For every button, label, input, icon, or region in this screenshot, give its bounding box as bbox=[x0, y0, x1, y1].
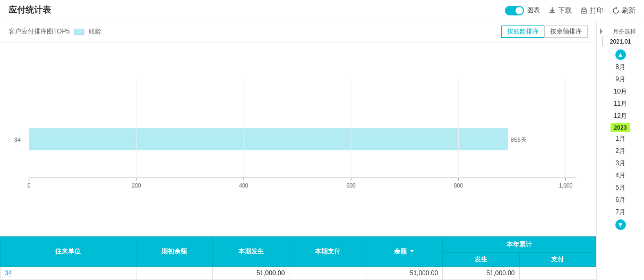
col-year-pay: 支付 bbox=[519, 253, 596, 267]
refresh-button[interactable]: 刷新 bbox=[612, 6, 636, 15]
chart-area: 34 856天 0 200 bbox=[0, 43, 596, 236]
svg-text:600: 600 bbox=[347, 183, 356, 189]
chart-legend: 客户应付排序图TOP5 账龄 bbox=[8, 27, 101, 36]
y-axis-label: 34 bbox=[14, 137, 21, 143]
cell-opening bbox=[136, 267, 212, 280]
cell-unit[interactable]: 34 bbox=[1, 267, 136, 280]
sidebar-down-button[interactable]: ▼ bbox=[615, 219, 626, 230]
year-input[interactable] bbox=[602, 37, 639, 46]
app-container: 应付统计表 图表 下载 打印 刷新 bbox=[0, 0, 644, 280]
toggle-label: 图表 bbox=[527, 6, 540, 15]
svg-text:800: 800 bbox=[454, 183, 463, 189]
svg-marker-20 bbox=[600, 28, 603, 35]
sidebar-month-9[interactable]: 9月 bbox=[597, 73, 644, 86]
bar-end-label: 856天 bbox=[511, 137, 527, 143]
table-row: 34 51,000.00 51,000.00 51,000.00 bbox=[1, 267, 596, 280]
legend-title: 客户应付排序图TOP5 bbox=[8, 27, 70, 36]
sidebar-month-2[interactable]: 2月 bbox=[597, 145, 644, 157]
sidebar-month-10[interactable]: 10月 bbox=[597, 86, 644, 98]
refresh-label: 刷新 bbox=[622, 6, 636, 15]
col-current-pay: 本期支付 bbox=[289, 237, 366, 267]
sidebar-expand-icon[interactable] bbox=[599, 27, 604, 36]
svg-text:0: 0 bbox=[28, 183, 31, 189]
col-current-occur: 本期发生 bbox=[212, 237, 289, 267]
header: 应付统计表 图表 下载 打印 刷新 bbox=[0, 0, 644, 21]
chart-header: 客户应付排序图TOP5 账龄 按账龄排序 按余额排序 bbox=[0, 21, 596, 43]
svg-text:400: 400 bbox=[239, 183, 248, 189]
col-year-occur: 发生 bbox=[443, 253, 519, 267]
print-icon bbox=[580, 7, 588, 14]
chart-sort-buttons: 按账龄排序 按余额排序 bbox=[501, 26, 588, 38]
cell-current-occur: 51,000.00 bbox=[212, 267, 289, 280]
table-section: 往来单位 期初余额 本期发生 本期支付 余额 本年累计 bbox=[0, 236, 596, 280]
refresh-icon bbox=[612, 7, 620, 14]
col-unit: 往来单位 bbox=[1, 237, 136, 267]
sidebar-month-5[interactable]: 5月 bbox=[597, 182, 644, 194]
main-content: 客户应付排序图TOP5 账龄 按账龄排序 按余额排序 34 bbox=[0, 21, 644, 280]
cell-balance: 51,000.00 bbox=[366, 267, 442, 280]
chart-toggle[interactable] bbox=[505, 6, 524, 15]
col-opening: 期初余额 bbox=[136, 237, 212, 267]
sidebar-month-4[interactable]: 4月 bbox=[597, 169, 644, 182]
data-table: 往来单位 期初余额 本期发生 本期支付 余额 本年累计 bbox=[0, 236, 596, 280]
chart-toggle-wrap: 图表 bbox=[505, 6, 540, 15]
sidebar-title: 月份选择 bbox=[606, 26, 642, 37]
svg-marker-19 bbox=[410, 250, 414, 252]
sidebar-month-12[interactable]: 12月 bbox=[597, 110, 644, 122]
col-balance: 余额 bbox=[366, 237, 442, 267]
cell-current-pay bbox=[289, 267, 366, 280]
svg-text:1,000: 1,000 bbox=[559, 183, 573, 189]
sidebar-month-7[interactable]: 7月 bbox=[597, 206, 644, 218]
svg-rect-1 bbox=[582, 11, 586, 12]
svg-text:200: 200 bbox=[132, 183, 141, 189]
sort-by-age-button[interactable]: 按账龄排序 bbox=[501, 26, 544, 38]
download-button[interactable]: 下载 bbox=[548, 6, 572, 15]
sidebar-month-3[interactable]: 3月 bbox=[597, 157, 644, 169]
sidebar-month-8[interactable]: 8月 bbox=[597, 61, 644, 73]
sidebar-up-button[interactable]: ▲ bbox=[615, 49, 626, 60]
sidebar: 月份选择 ▲ 8月 9月 10月 11月 12月 2023 1月 2月 3月 4… bbox=[596, 21, 644, 280]
sort-by-balance-button[interactable]: 按余额排序 bbox=[544, 26, 588, 38]
download-label: 下载 bbox=[558, 6, 572, 15]
chart-svg: 34 856天 0 200 bbox=[4, 48, 588, 231]
page-title: 应付统计表 bbox=[8, 5, 51, 16]
sidebar-month-6[interactable]: 6月 bbox=[597, 194, 644, 206]
sidebar-year-label[interactable]: 2023 bbox=[611, 123, 630, 132]
print-label: 打印 bbox=[590, 6, 604, 15]
legend-box bbox=[74, 29, 84, 35]
header-actions: 图表 下载 打印 刷新 bbox=[505, 6, 636, 15]
col-year-group: 本年累计 bbox=[443, 237, 596, 253]
print-button[interactable]: 打印 bbox=[580, 6, 604, 15]
table-wrapper: 往来单位 期初余额 本期发生 本期支付 余额 本年累计 bbox=[0, 236, 596, 280]
balance-label: 余额 bbox=[394, 248, 407, 255]
balance-sort-icon bbox=[409, 248, 415, 253]
legend-label: 账龄 bbox=[89, 27, 101, 36]
cell-year-pay bbox=[519, 267, 596, 280]
cell-year-occur: 51,000.00 bbox=[443, 267, 519, 280]
download-icon bbox=[548, 7, 556, 14]
sidebar-month-1[interactable]: 1月 bbox=[597, 133, 644, 145]
chart-bar bbox=[29, 128, 508, 150]
chart-section: 客户应付排序图TOP5 账龄 按账龄排序 按余额排序 34 bbox=[0, 21, 596, 280]
sidebar-month-11[interactable]: 11月 bbox=[597, 98, 644, 110]
